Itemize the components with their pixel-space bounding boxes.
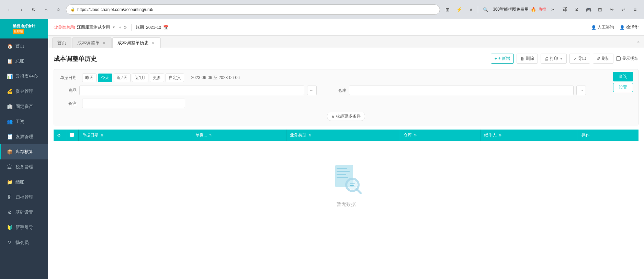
th-handler[interactable]: 经手人 ⇅ xyxy=(481,130,578,141)
sidebar-item-home[interactable]: 🏠 首页 xyxy=(0,38,48,54)
search-tool-btn[interactable]: 🔍 xyxy=(480,6,491,13)
date-btn-custom[interactable]: 自定义 xyxy=(166,74,184,82)
warehouse-dots-button[interactable]: ··· xyxy=(576,86,586,95)
sidebar-item-fixed-assets[interactable]: 🏢 固定资产 xyxy=(0,99,48,114)
sidebar-label-invoice: 发票管理 xyxy=(15,134,33,140)
sidebar-item-guide[interactable]: 🔰 新手引导 xyxy=(0,220,48,235)
translate-btn[interactable]: 译 xyxy=(560,5,570,14)
extensions-button[interactable]: ⊞ xyxy=(443,5,452,14)
sidebar-item-tax[interactable]: 🏛 税务管理 xyxy=(0,159,48,175)
sidebar-logo[interactable]: 畅捷通好会计 旗舰版 xyxy=(0,19,48,38)
menu-btn[interactable]: ≡ xyxy=(630,5,640,14)
header-actions: + + 新增 🗑 删除 🖨 打印 ▼ ↗ 导出 xyxy=(491,54,639,64)
home-button[interactable]: ⌂ xyxy=(41,5,51,14)
refresh-button[interactable]: ↺ 刷新 xyxy=(593,54,613,64)
settings-icon: ⚙ xyxy=(7,210,13,215)
service-button[interactable]: 👤 人工咨询 xyxy=(591,24,614,30)
date-btn-7days[interactable]: 近7天 xyxy=(114,74,131,82)
sidebar-item-reports[interactable]: 📊 云报表中心 xyxy=(0,69,48,84)
th-checkbox[interactable] xyxy=(66,130,78,141)
tab-cost-adjust-history[interactable]: 成本调整单历史 × xyxy=(112,37,161,48)
th-date[interactable]: 单据日期 ⇅ xyxy=(78,130,192,141)
th-warehouse[interactable]: 仓库 ⇅ xyxy=(400,130,481,141)
lightning-button[interactable]: ⚡ xyxy=(454,5,464,14)
date-btn-1month[interactable]: 近1月 xyxy=(132,74,149,82)
tab-cost-adjust[interactable]: 成本调整单 × xyxy=(72,37,112,48)
sidebar-item-capital[interactable]: 💰 资金管理 xyxy=(0,84,48,99)
goods-filter: 商品 ··· xyxy=(59,86,317,95)
calendar-icon[interactable]: 📅 xyxy=(163,25,168,30)
scissors-btn[interactable]: ✂ xyxy=(549,5,558,14)
empty-text: 暂无数据 xyxy=(337,201,356,208)
export-button[interactable]: ↗ 导出 xyxy=(569,54,590,64)
main-area: (勿删勿禁用) 江西服宝测试专用 ▼ + ⚙ 账期 2021-10 📅 👤 人工… xyxy=(48,19,644,279)
sidebar-item-inventory[interactable]: 📦 库存核算 xyxy=(0,144,48,159)
coins-btn[interactable]: ¥ xyxy=(572,5,581,14)
bookmark-button[interactable]: ☆ xyxy=(54,5,63,14)
select-all-checkbox[interactable] xyxy=(70,133,74,137)
svg-line-7 xyxy=(357,189,361,193)
new-button[interactable]: + + 新增 xyxy=(491,54,514,64)
settings-company-icon[interactable]: ⚙ xyxy=(123,25,127,30)
goods-input[interactable] xyxy=(79,86,304,95)
sidebar-label-guide: 新手引导 xyxy=(15,224,33,231)
sidebar: 畅捷通好会计 旗舰版 🏠 首页 📋 总账 📊 云报表中心 💰 资金管理 xyxy=(0,19,48,279)
divider-1 xyxy=(131,24,132,31)
print-dropdown-icon: ▼ xyxy=(560,57,563,60)
grid-btn[interactable]: ⊞ xyxy=(595,5,605,14)
sidebar-item-salary[interactable]: 👥 工资 xyxy=(0,114,48,129)
company-selector[interactable]: (勿删勿禁用) 江西服宝测试专用 ▼ + ⚙ xyxy=(54,24,127,30)
tab-home[interactable]: 首页 xyxy=(52,37,71,48)
sidebar-label-inventory: 库存核算 xyxy=(15,149,33,155)
brightness-btn[interactable]: ☀ xyxy=(607,5,617,14)
tab-cost-adjust-history-label: 成本调整单历史 xyxy=(117,40,149,46)
goods-dots-button[interactable]: ··· xyxy=(307,86,317,95)
sidebar-item-archive[interactable]: 🗄 归档管理 xyxy=(0,190,48,205)
capital-icon: 💰 xyxy=(7,89,13,94)
dropdown-button[interactable]: ∨ xyxy=(466,5,476,14)
show-cols-input[interactable] xyxy=(616,56,621,61)
collapse-button[interactable]: ∧ 收起更多条件 xyxy=(327,112,365,121)
show-cols-checkbox[interactable]: 显示明细 xyxy=(616,56,639,62)
delete-button[interactable]: 🗑 删除 xyxy=(517,54,538,64)
warehouse-input[interactable] xyxy=(349,86,574,95)
back-button[interactable]: ‹ xyxy=(4,5,14,14)
sidebar-item-settings[interactable]: ⚙ 基础设置 xyxy=(0,205,48,220)
fire-icon: 🔥 xyxy=(531,7,536,12)
sidebar-label-closing: 结账 xyxy=(15,179,24,185)
user-menu-button[interactable]: 👤 徐泽华 xyxy=(620,24,639,30)
user-avatar-icon: 👤 xyxy=(620,25,625,30)
empty-icon xyxy=(329,161,363,196)
reload-button[interactable]: ↻ xyxy=(29,5,38,14)
tab-cost-adjust-label: 成本调整单 xyxy=(77,40,100,46)
member-icon: V xyxy=(7,240,13,245)
date-btn-yesterday[interactable]: 昨天 xyxy=(82,74,97,82)
th-actions-label: 操作 xyxy=(581,133,590,137)
add-company-icon[interactable]: + xyxy=(119,25,121,30)
forward-button[interactable]: › xyxy=(16,5,26,14)
game-btn[interactable]: 🎮 xyxy=(584,5,593,14)
query-button[interactable]: 查询 xyxy=(613,72,633,81)
date-btn-more[interactable]: 更多 xyxy=(150,74,164,82)
tab-cost-adjust-history-close[interactable]: × xyxy=(151,41,156,45)
tab-cost-adjust-close[interactable]: × xyxy=(102,41,106,45)
export-icon: ↗ xyxy=(573,56,577,61)
undo-btn[interactable]: ↩ xyxy=(619,5,628,14)
remark-input[interactable] xyxy=(82,99,185,108)
sidebar-item-ledger[interactable]: 📋 总账 xyxy=(0,54,48,69)
sidebar-label-ledger: 总账 xyxy=(15,58,24,64)
sort-warehouse-icon: ⇅ xyxy=(414,133,417,137)
sidebar-label-capital: 资金管理 xyxy=(15,88,33,94)
sidebar-item-member[interactable]: V 畅会员 xyxy=(0,235,48,250)
th-biz-type[interactable]: 业务类型 ⇅ xyxy=(286,130,400,141)
sidebar-item-closing[interactable]: 📁 结账 xyxy=(0,175,48,190)
address-bar[interactable]: 🔒 https://cloud.chanjet.com/accounting/u… xyxy=(66,4,440,15)
close-all-tabs-btn[interactable]: × xyxy=(637,39,640,45)
print-button[interactable]: 🖨 打印 ▼ xyxy=(541,54,567,64)
dropdown-arrow-icon: ▼ xyxy=(112,25,115,29)
th-column-settings[interactable]: ⚙ xyxy=(54,130,66,141)
th-number[interactable]: 单据... ⇅ xyxy=(192,130,286,141)
date-btn-today[interactable]: 今天 xyxy=(98,74,112,82)
filter-settings-button[interactable]: 设置 xyxy=(613,83,633,92)
sidebar-item-invoice[interactable]: 🧾 发票管理 xyxy=(0,129,48,144)
